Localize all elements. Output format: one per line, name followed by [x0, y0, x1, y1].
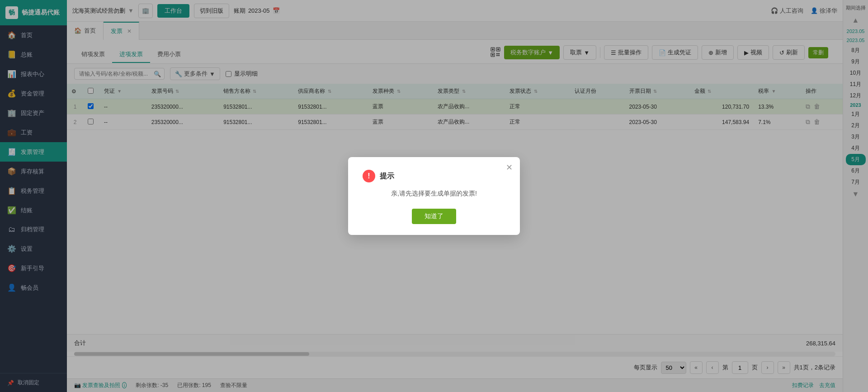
modal-title: 提示: [380, 172, 394, 181]
modal-confirm-btn[interactable]: 知道了: [412, 209, 456, 224]
modal-close-btn[interactable]: ✕: [506, 163, 513, 172]
warning-icon: !: [363, 170, 375, 182]
modal-footer: 知道了: [363, 209, 505, 224]
modal-message: 亲,请先选择要生成单据的发票!: [363, 190, 505, 198]
modal-overlay[interactable]: ✕ ! 提示 亲,请先选择要生成单据的发票! 知道了: [0, 0, 868, 392]
modal-dialog: ✕ ! 提示 亲,请先选择要生成单据的发票! 知道了: [348, 157, 520, 235]
modal-header: ! 提示: [363, 170, 505, 182]
